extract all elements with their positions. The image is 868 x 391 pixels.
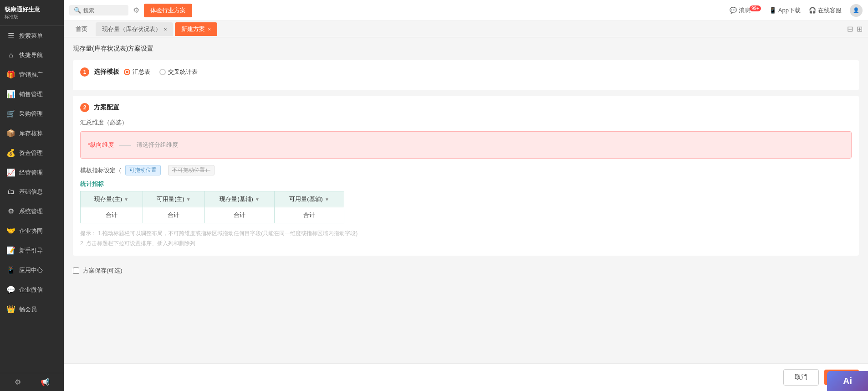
sidebar-footer: ⚙ 📢 [0,373,64,391]
sidebar-item-purchase-label: 采购管理 [19,110,43,118]
message-icon: 💬 [730,7,737,14]
sidebar-item-system[interactable]: ⚙ 系统管理 [0,201,64,221]
wechat-icon: 💬 [6,285,15,294]
stat-col-header-0-label: 现存量(主) [94,195,122,203]
page-title: 现存量(库存状况表)方案设置 [73,45,859,53]
tab-new-scheme[interactable]: 新建方案 × [175,22,217,36]
indicator-settings-label: 模板指标设定（ 可拖动位置 不可拖动位置） [80,165,852,175]
stat-col-header-0[interactable]: 现存量(主) ▼ [81,191,143,207]
vertical-dim-dash: —— [119,142,131,149]
app-download-item[interactable]: 📱 App下载 [769,6,801,15]
radio-cross-label: 交叉统计表 [168,68,198,76]
summary-dimension-label: 汇总维度（必选） [80,118,852,127]
app-center-icon: 📱 [6,266,15,274]
sales-icon: 📊 [6,90,15,98]
step2-title: 方案配置 [94,103,119,112]
customer-service-item[interactable]: 🎧 在线客服 [809,6,842,15]
dimension-area[interactable]: *纵向维度 —— 请选择分组维度 [80,131,852,159]
sidebar-item-base-info[interactable]: 🗂 基础信息 [0,182,64,201]
avatar[interactable]: 👤 [850,4,863,17]
col2-arrow-icon: ▼ [255,197,260,202]
app-title: 畅康通好生意 [5,5,59,14]
sidebar-item-app-center[interactable]: 📱 应用中心 [0,260,64,280]
tab-inventory-status-label: 现存量（库存状况表） [102,25,161,33]
topbar-gear-icon[interactable]: ⚙ [133,6,139,15]
tab-home[interactable]: 首页 [69,22,94,36]
app-logo: 畅康通好生意 标准版 [0,0,64,26]
sidebar-item-marketing[interactable]: 🎁 营销推广 [0,65,64,84]
sidebar-item-wechat[interactable]: 💬 企业微信 [0,280,64,299]
purchase-icon: 🛒 [6,109,15,118]
stat-col-header-3[interactable]: 可用量(基辅) ▼ [274,191,344,207]
sidebar-item-search-menu-label: 搜索菜单 [19,32,43,40]
app-download-label: App下载 [778,6,801,15]
tab-expand-icon[interactable]: ⊞ [857,25,863,33]
cancel-button[interactable]: 取消 [783,369,819,386]
sidebar-nav: ☰ 搜索菜单 ⌂ 快捷导航 🎁 营销推广 📊 销售管理 🛒 采购管理 📦 库存核… [0,26,64,373]
unmovable-toggle: 不可拖动位置） [168,165,214,175]
search-menu-icon: ☰ [6,31,15,40]
radio-cross-dot [159,69,166,75]
topbar-search[interactable]: 🔍 [69,5,128,15]
sidebar-item-purchase[interactable]: 🛒 采购管理 [0,104,64,123]
message-label: 消息 [739,6,751,15]
col1-arrow-icon: ▼ [186,197,191,202]
hint-1: 提示： 1.拖动标题栏可以调整布局，不可跨维度或指标区域拖动任何目字段(只能在同… [80,229,852,239]
ai-badge[interactable]: Ai [827,371,868,391]
main-area: 🔍 ⚙ 体验行业方案 💬 消息 99+ 📱 App下载 🎧 在线客服 👤 [64,0,868,391]
base-info-icon: 🗂 [6,188,15,196]
step1-header: 1 选择模板 汇总表 交叉统计表 [80,67,852,77]
message-item[interactable]: 💬 消息 99+ [730,6,761,15]
tab-inventory-status-close[interactable]: × [164,26,167,32]
sidebar-item-sales[interactable]: 📊 销售管理 [0,84,64,104]
tab-new-scheme-label: 新建方案 [181,25,205,33]
sidebar-item-operations[interactable]: 📈 经营管理 [0,163,64,182]
ai-label: Ai [843,376,852,386]
sidebar-item-system-label: 系统管理 [19,207,43,216]
step1-badge: 1 [80,67,89,77]
footer: 取消 查询 [64,363,868,391]
movable-toggle: 可拖动位置 [125,165,161,175]
stat-table-row-0: 合计 合计 合计 合计 [81,207,344,223]
trial-button[interactable]: 体验行业方案 [144,4,192,17]
sidebar-item-quick-nav[interactable]: ⌂ 快捷导航 [0,46,64,65]
app-version: 标准版 [5,14,59,20]
sidebar-item-newbie[interactable]: 📝 新手引导 [0,241,64,260]
stat-title: 统计指标 [80,180,852,188]
sidebar-item-inventory[interactable]: 📦 库存核算 [0,123,64,143]
newbie-icon: 📝 [6,246,15,255]
sidebar-item-enterprise[interactable]: 🤝 企业协同 [0,221,64,241]
search-input[interactable] [83,7,124,14]
radio-summary-label: 汇总表 [133,68,150,76]
sidebar-item-enterprise-label: 企业协同 [19,227,43,235]
sidebar-item-search-menu[interactable]: ☰ 搜索菜单 [0,26,64,46]
save-checkbox[interactable] [73,268,79,274]
sidebar-item-wechat-label: 企业微信 [19,286,43,294]
tab-home-label: 首页 [76,25,87,33]
radio-cross[interactable]: 交叉统计表 [159,68,198,76]
tab-inventory-status[interactable]: 现存量（库存状况表） × [96,22,173,36]
tab-new-scheme-close[interactable]: × [208,26,210,32]
stat-col-header-2[interactable]: 现存量(基辅) ▼ [205,191,275,207]
indicator-section: 模板指标设定（ 可拖动位置 不可拖动位置） 统计指标 现存量(主) ▼ [80,165,852,248]
operations-icon: 📈 [6,168,15,177]
tab-minimize-icon[interactable]: ⊟ [847,25,853,33]
speaker-footer-icon[interactable]: 📢 [41,378,50,386]
template-radio-group: 汇总表 交叉统计表 [124,68,198,76]
sidebar-item-base-info-label: 基础信息 [19,188,43,196]
sidebar-item-member[interactable]: 👑 畅会员 [0,299,64,319]
inventory-icon: 📦 [6,129,15,138]
sidebar-item-marketing-label: 营销推广 [19,71,43,79]
settings-footer-icon[interactable]: ⚙ [15,378,21,386]
sidebar-item-finance[interactable]: 💰 资金管理 [0,143,64,163]
stat-col-header-3-label: 可用量(基辅) [289,195,323,203]
finance-icon: 💰 [6,149,15,157]
system-icon: ⚙ [6,207,15,216]
step2-badge: 2 [80,103,89,112]
radio-summary[interactable]: 汇总表 [124,68,150,76]
topbar-right: 💬 消息 99+ 📱 App下载 🎧 在线客服 👤 [730,4,863,17]
tabs-bar: 首页 现存量（库存状况表） × 新建方案 × ⊟ ⊞ [64,21,868,37]
stat-table: 现存量(主) ▼ 可用量(主) ▼ [80,191,344,223]
stat-col-header-1[interactable]: 可用量(主) ▼ [143,191,205,207]
member-icon: 👑 [6,305,15,314]
